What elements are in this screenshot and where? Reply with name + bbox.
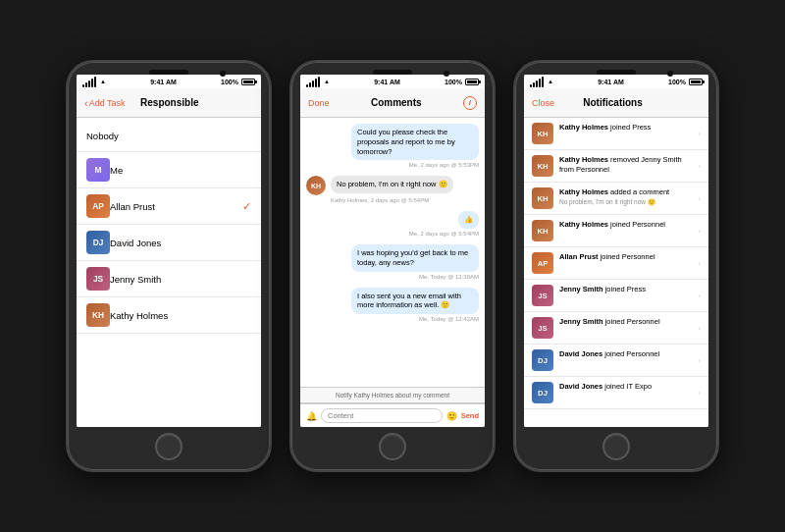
notif-text-3: Kathy Holmes joined Personnel (559, 220, 692, 230)
notify-bar[interactable]: Notify Kathy Holmes about my comment (300, 387, 485, 403)
battery-fill-2 (467, 80, 477, 83)
wifi-icon-3: ▲ (548, 79, 553, 84)
notif-avatar-4: AP (532, 252, 553, 274)
comment-input-bar: 🔔 🙂 Send (300, 403, 485, 427)
comment-input[interactable] (321, 408, 443, 423)
notif-item-6[interactable]: JSJenny Smith joined Personnel› (524, 312, 708, 345)
phone-1: ▲ 9:41 AM 100% ‹ Add Task Responsible (66, 60, 272, 472)
home-button-2[interactable] (379, 433, 406, 460)
battery-pct-2: 100% (445, 79, 462, 85)
person-row-0[interactable]: MMe (77, 152, 261, 188)
signal-3 (530, 77, 544, 87)
status-right-3: 100% (668, 79, 703, 85)
info-icon[interactable]: i (463, 96, 477, 110)
wifi-icon-2: ▲ (324, 79, 330, 84)
comment-meta-3: Me, Today @ 12:38AM (306, 274, 479, 280)
status-left-2: ▲ (306, 77, 330, 87)
notif-avatar-6: JS (532, 317, 553, 339)
phone-1-screen: ▲ 9:41 AM 100% ‹ Add Task Responsible (77, 75, 261, 427)
comment-text-1: No problem, I'm on it right now 🙂 (331, 176, 453, 193)
comment-text-2: 👍 (458, 211, 479, 229)
phone-3-bottom (602, 427, 630, 470)
home-button-1[interactable] (155, 433, 183, 460)
notif-arrow-2: › (698, 194, 701, 203)
notif-arrow-1: › (698, 162, 701, 171)
emoji-icon[interactable]: 🙂 (446, 411, 457, 421)
status-right-2: 100% (445, 79, 479, 85)
camera-3 (667, 71, 673, 77)
notif-arrow-5: › (698, 292, 701, 300)
wifi-icon-1: ▲ (100, 79, 106, 84)
person-row-2[interactable]: DJDavid Jones (77, 225, 261, 261)
signal-1 (82, 77, 96, 87)
notif-text-1: Kathy Holmes removed Jenny Smith from Pe… (559, 155, 692, 175)
notif-item-8[interactable]: DJDavid Jones joined IT Expo› (524, 377, 708, 409)
notif-item-2[interactable]: KHKathy Holmes added a commentNo problem… (524, 183, 708, 215)
person-row-1[interactable]: APAllan Prust✓ (77, 188, 261, 225)
notif-item-1[interactable]: KHKathy Holmes removed Jenny Smith from … (524, 150, 708, 183)
person-name-1: Allan Prust (110, 201, 242, 212)
battery-icon-1 (241, 79, 255, 85)
comment-1: KHNo problem, I'm on it right now 🙂Kathy… (306, 176, 479, 203)
notif-text-4: Allan Prust joined Personnel (559, 252, 692, 262)
nav-bar-1: ‹ Add Task Responsible (77, 88, 261, 118)
people-list: MMeAPAllan Prust✓DJDavid JonesJSJenny Sm… (77, 152, 261, 334)
phones-container: ▲ 9:41 AM 100% ‹ Add Task Responsible (46, 40, 739, 492)
nav-title-2: Comments (371, 97, 422, 108)
comment-text-0: Could you please check the proposals and… (351, 124, 479, 160)
person-name-4: Kathy Holmes (110, 310, 251, 321)
battery-icon-2 (465, 79, 479, 85)
phone-1-bottom (155, 427, 183, 470)
notif-item-5[interactable]: JSJenny Smith joined Press› (524, 280, 708, 312)
notif-arrow-6: › (698, 324, 701, 333)
comment-avatar-1: KH (306, 176, 326, 195)
nobody-label: Nobody (86, 131, 119, 141)
person-row-4[interactable]: KHKathy Holmes (77, 297, 261, 334)
nav-title-1: Responsible (140, 97, 198, 108)
person-row-3[interactable]: JSJenny Smith (77, 261, 261, 297)
comment-0: Could you please check the proposals and… (306, 124, 479, 168)
status-left-1: ▲ (82, 77, 106, 87)
time-2: 9:41 AM (374, 79, 400, 85)
nav-bar-3: Close Notifications (524, 88, 708, 118)
send-button[interactable]: Send (461, 411, 479, 420)
speaker-2 (373, 70, 412, 75)
nobody-row[interactable]: Nobody (77, 118, 261, 152)
bell-icon[interactable]: 🔔 (306, 411, 317, 421)
comment-3: I was hoping you'd get back to me today,… (306, 244, 479, 280)
notif-arrow-8: › (698, 389, 701, 398)
notif-item-0[interactable]: KHKathy Holmes joined Press› (524, 118, 708, 150)
notif-sub-2: No problem, I'm on it right now 🙂 (559, 198, 692, 206)
comment-meta-1: Kathy Holmes, 2 days ago @ 5:54PM (306, 197, 479, 203)
checkmark-1: ✓ (242, 200, 251, 213)
notif-avatar-3: KH (532, 220, 553, 241)
status-left-3: ▲ (530, 77, 553, 87)
notif-item-3[interactable]: KHKathy Holmes joined Personnel› (524, 215, 708, 247)
notif-avatar-5: JS (532, 285, 553, 306)
phone-2: ▲ 9:41 AM 100% Done Comments i Could you… (289, 60, 496, 472)
close-button[interactable]: Close (532, 98, 554, 108)
battery-fill-3 (691, 80, 701, 83)
phone-2-screen: ▲ 9:41 AM 100% Done Comments i Could you… (300, 75, 485, 427)
phone-1-top (68, 62, 270, 75)
notif-item-7[interactable]: DJDavid Jones joined Personnel› (524, 345, 708, 377)
home-button-3[interactable] (602, 433, 630, 460)
notif-text-2: Kathy Holmes added a commentNo problem, … (559, 187, 692, 206)
signal-2 (306, 77, 320, 87)
back-label-1: Add Task (89, 98, 126, 108)
back-button-1[interactable]: ‹ Add Task (84, 97, 126, 109)
comment-2: 👍Me, 2 days ago @ 5:54PM (306, 211, 479, 237)
phone-2-top (291, 62, 494, 75)
done-button[interactable]: Done (308, 98, 330, 108)
responsible-list: Nobody MMeAPAllan Prust✓DJDavid JonesJSJ… (77, 118, 261, 427)
comments-list: Could you please check the proposals and… (300, 118, 485, 387)
notif-item-4[interactable]: APAllan Prust joined Personnel› (524, 247, 708, 280)
comment-meta-2: Me, 2 days ago @ 5:54PM (306, 231, 479, 237)
notif-arrow-3: › (698, 227, 701, 236)
person-avatar-3: JS (86, 267, 110, 291)
status-bar-2: ▲ 9:41 AM 100% (300, 75, 485, 88)
comment-text-3: I was hoping you'd get back to me today,… (351, 244, 479, 272)
time-1: 9:41 AM (150, 79, 177, 85)
notif-avatar-2: KH (532, 187, 553, 209)
phone-3-screen: ▲ 9:41 AM 100% Close Notifications KHKat… (524, 75, 708, 427)
